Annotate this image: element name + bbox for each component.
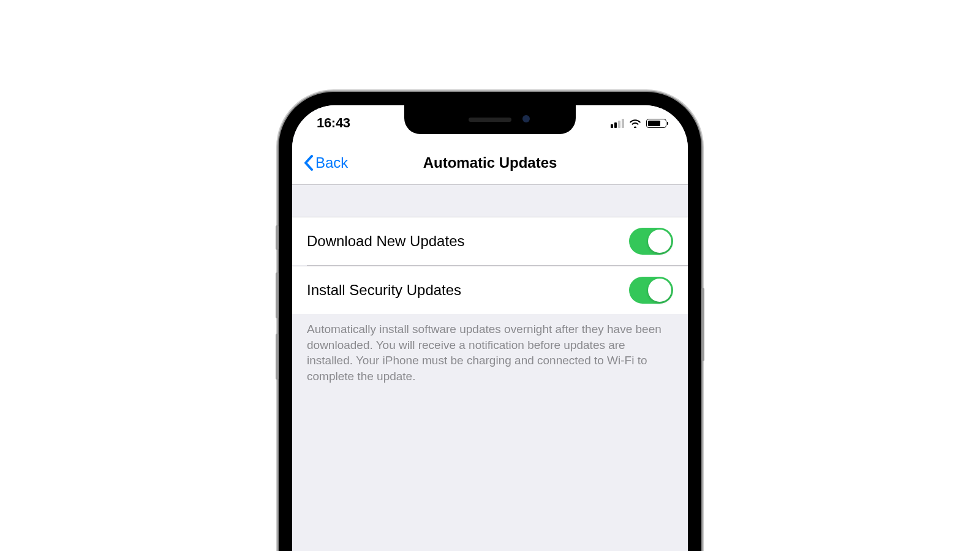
back-label: Back	[315, 154, 348, 171]
front-camera	[522, 115, 530, 122]
power-button	[701, 288, 704, 361]
mute-switch	[276, 225, 279, 250]
chevron-left-icon	[303, 154, 314, 171]
page-title: Automatic Updates	[423, 154, 557, 171]
cellular-signal-icon	[611, 119, 624, 128]
volume-up-button	[276, 272, 279, 318]
status-time: 16:43	[317, 115, 350, 131]
battery-icon	[646, 119, 666, 128]
setting-row-download-updates: Download New Updates	[292, 217, 688, 265]
toggle-install-security-updates[interactable]	[629, 277, 673, 304]
setting-label: Install Security Updates	[307, 282, 461, 299]
phone-notch	[404, 105, 576, 134]
section-footer-text: Automatically install software updates o…	[292, 314, 688, 392]
back-button[interactable]: Back	[303, 154, 348, 171]
speaker-grille	[469, 118, 511, 122]
toggle-download-updates[interactable]	[629, 228, 673, 255]
status-icons	[611, 118, 666, 128]
wifi-icon	[628, 118, 642, 128]
setting-row-install-security-updates: Install Security Updates	[292, 266, 688, 314]
settings-content: Download New Updates Install Security Up…	[292, 185, 688, 392]
volume-down-button	[276, 334, 279, 380]
setting-label: Download New Updates	[307, 233, 464, 250]
phone-screen: 16:43	[292, 105, 688, 551]
phone-device-frame: 16:43	[279, 92, 701, 551]
navigation-bar: Back Automatic Updates	[292, 141, 688, 185]
